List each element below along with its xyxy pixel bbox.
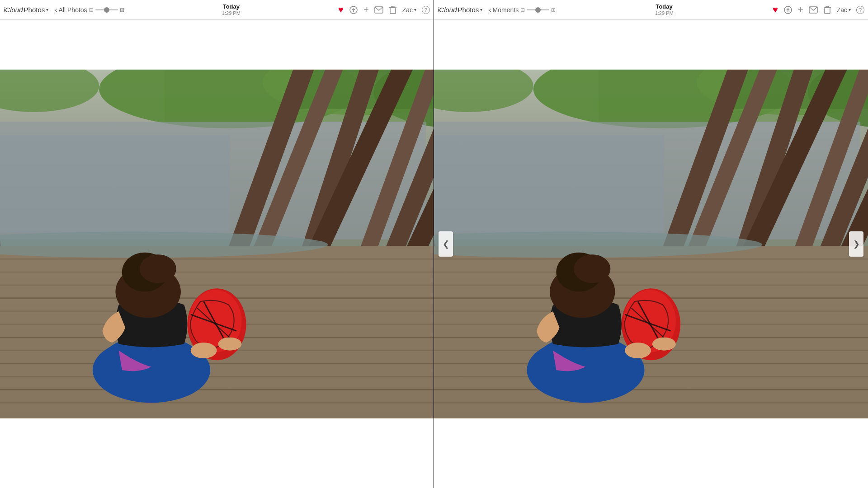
- left-zoom-slider[interactable]: [95, 9, 118, 10]
- right-back-button[interactable]: ‹ Moments: [489, 6, 519, 14]
- left-date-label: Today: [223, 3, 240, 10]
- left-back-label: All Photos: [59, 6, 87, 14]
- left-arrow-icon: ❮: [443, 239, 449, 249]
- svg-point-45: [140, 254, 176, 283]
- right-upload-icon[interactable]: [783, 5, 793, 14]
- right-zoom-thumb: [535, 7, 541, 13]
- right-help-icon[interactable]: ?: [856, 6, 864, 14]
- right-zoom-max-icon: ⊞: [551, 7, 556, 13]
- right-photo: [434, 70, 868, 418]
- left-user-chevron-icon: ▾: [414, 7, 416, 12]
- left-back-button[interactable]: ‹ All Photos: [55, 6, 87, 14]
- svg-point-52: [218, 338, 241, 351]
- right-toolbar-center: Today 1:29 PM: [556, 3, 773, 16]
- left-toolbar-left: iCloud Photos ▾ ‹ All Photos ⊟ ⊞: [4, 6, 124, 14]
- right-icloud-label: iCloud: [438, 6, 457, 14]
- left-heart-icon[interactable]: ♥: [338, 5, 344, 15]
- left-pane: iCloud Photos ▾ ‹ All Photos ⊟ ⊞ Today 1…: [0, 0, 434, 488]
- right-app-title[interactable]: iCloud Photos ▾: [438, 6, 482, 14]
- left-zoom-control[interactable]: ⊟ ⊞: [89, 7, 124, 13]
- left-delete-icon[interactable]: [389, 5, 397, 14]
- left-add-icon[interactable]: +: [363, 5, 369, 15]
- left-help-icon[interactable]: ?: [422, 6, 430, 14]
- right-delete-icon[interactable]: [823, 5, 831, 14]
- left-photo: [0, 70, 434, 418]
- right-time-label: 1:29 PM: [655, 10, 674, 16]
- right-bottom-space: [434, 418, 868, 488]
- right-arrow-icon: ❯: [853, 239, 860, 249]
- left-app-title[interactable]: iCloud Photos ▾: [4, 6, 48, 14]
- right-photos-label: Photos: [458, 6, 479, 14]
- svg-point-98: [574, 254, 610, 283]
- left-upload-icon[interactable]: [349, 5, 358, 14]
- svg-point-104: [625, 343, 651, 358]
- svg-point-51: [191, 343, 217, 358]
- right-email-icon[interactable]: [809, 6, 818, 14]
- left-zoom-thumb: [104, 7, 109, 13]
- left-user-button[interactable]: Zac ▾: [402, 6, 416, 14]
- right-back-chevron-icon: ‹: [489, 6, 491, 14]
- svg-rect-69: [434, 135, 664, 233]
- svg-rect-3: [390, 8, 396, 14]
- left-icloud-label: iCloud: [4, 6, 23, 14]
- left-zoom-max-icon: ⊞: [120, 7, 124, 13]
- left-white-space: [0, 20, 434, 70]
- left-user-label: Zac: [402, 6, 413, 14]
- svg-rect-16: [0, 135, 230, 233]
- right-toolbar-left: iCloud Photos ▾ ‹ Moments ⊟ ⊞: [438, 6, 556, 14]
- right-photo-container: ❮ ❯: [434, 70, 868, 418]
- right-zoom-slider[interactable]: [527, 9, 549, 10]
- svg-point-105: [652, 338, 676, 351]
- svg-rect-56: [825, 8, 830, 14]
- right-user-chevron-icon: ▾: [849, 7, 851, 12]
- left-zoom-min-icon: ⊟: [89, 7, 94, 13]
- right-zoom-min-icon: ⊟: [520, 7, 525, 13]
- left-app-dropdown-icon[interactable]: ▾: [46, 7, 48, 12]
- left-toolbar: iCloud Photos ▾ ‹ All Photos ⊟ ⊞ Today 1…: [0, 0, 434, 20]
- right-heart-icon[interactable]: ♥: [773, 5, 778, 15]
- left-email-icon[interactable]: [374, 6, 383, 14]
- right-date-label: Today: [656, 3, 672, 10]
- right-back-label: Moments: [493, 6, 519, 14]
- left-toolbar-right: ♥ +: [338, 5, 430, 15]
- left-photos-label: Photos: [24, 6, 45, 14]
- left-time-label: 1:29 PM: [222, 10, 241, 16]
- right-toolbar-right: ♥ +: [773, 5, 864, 15]
- right-user-label: Zac: [837, 6, 847, 14]
- left-toolbar-center: Today 1:29 PM: [124, 3, 338, 16]
- left-back-chevron-icon: ‹: [55, 6, 57, 14]
- right-app-dropdown-icon[interactable]: ▾: [480, 7, 482, 12]
- left-bottom-space: [0, 418, 434, 488]
- right-add-icon[interactable]: +: [798, 5, 803, 15]
- right-zoom-control[interactable]: ⊟ ⊞: [520, 7, 556, 13]
- next-photo-button[interactable]: ❯: [849, 231, 863, 257]
- right-white-space: [434, 20, 868, 70]
- previous-photo-button[interactable]: ❮: [439, 231, 453, 257]
- right-pane: iCloud Photos ▾ ‹ Moments ⊟ ⊞ Today 1:29…: [434, 0, 868, 488]
- right-user-button[interactable]: Zac ▾: [837, 6, 851, 14]
- right-toolbar: iCloud Photos ▾ ‹ Moments ⊟ ⊞ Today 1:29…: [434, 0, 868, 20]
- left-photo-container: [0, 70, 434, 418]
